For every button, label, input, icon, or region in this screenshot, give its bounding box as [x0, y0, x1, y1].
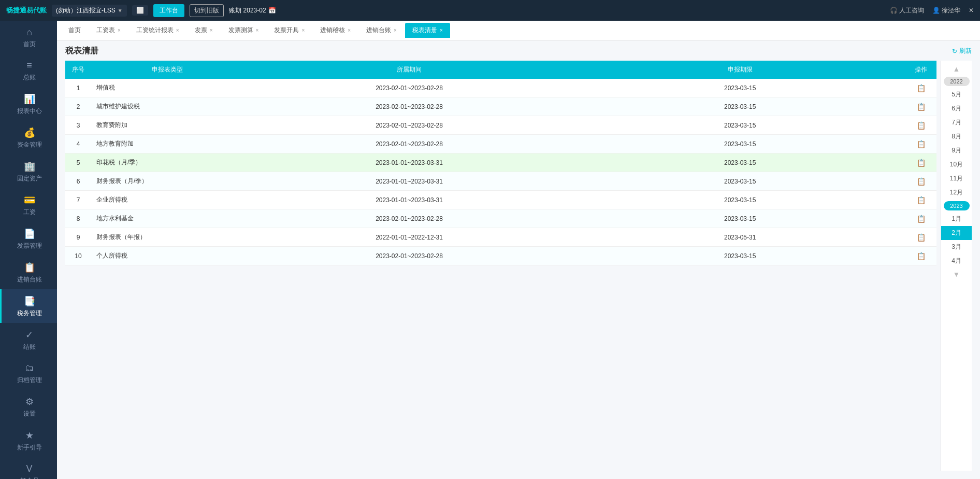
date-month-1[interactable]: 1月 [941, 212, 972, 226]
sidebar-item-salary[interactable]: 💳 工资 [0, 188, 57, 222]
tab-close-sales-ledger[interactable]: × [394, 27, 397, 33]
date-nav-up[interactable]: ▲ [951, 63, 962, 75]
cell-action[interactable]: 📋 [905, 79, 936, 97]
tab-close-invoice-calc[interactable]: × [256, 27, 259, 33]
tab-close-salary-report[interactable]: × [176, 27, 179, 33]
user-menu[interactable]: 👤 徐泾华 [932, 6, 960, 15]
table-row: 4 地方教育附加 2023-02-01~2023-02-28 2023-03-1… [65, 135, 936, 153]
th-action: 操作 [905, 61, 936, 79]
action-icon[interactable]: 📋 [917, 196, 926, 204]
cell-action[interactable]: 📋 [905, 153, 936, 172]
tab-invoice-calc[interactable]: 发票测算 × [221, 23, 266, 38]
action-icon[interactable]: 📋 [917, 84, 926, 92]
sidebar-item-close[interactable]: ✓ 结账 [0, 323, 57, 357]
cell-type: 企业所得税 [91, 191, 244, 209]
tab-close-salary[interactable]: × [118, 27, 121, 33]
cell-action[interactable]: 📋 [905, 209, 936, 228]
tab-invoice-issue[interactable]: 发票开具 × [267, 23, 312, 38]
refresh-button[interactable]: ↻ 刷新 [952, 47, 972, 55]
th-type: 申报表类型 [91, 61, 244, 79]
tab-close-invoice-issue[interactable]: × [301, 27, 305, 33]
action-icon[interactable]: 📋 [917, 159, 926, 167]
page-title: 税表清册 [65, 46, 98, 57]
tab-salary[interactable]: 工资表 × [89, 23, 128, 38]
tab-invoice[interactable]: 发票 × [188, 23, 220, 38]
cell-type: 财务报表（年报） [91, 228, 244, 247]
member-icon: V [26, 463, 32, 474]
cell-type: 地方教育附加 [91, 135, 244, 153]
action-icon[interactable]: 📋 [917, 121, 926, 130]
cell-deadline: 2023-03-15 [574, 209, 905, 228]
date-month-9[interactable]: 9月 [941, 144, 972, 158]
date-month-3[interactable]: 3月 [941, 240, 972, 254]
action-icon[interactable]: 📋 [917, 103, 926, 111]
cell-seq: 5 [65, 153, 91, 172]
sidebar-item-invoice[interactable]: 📄 发票管理 [0, 222, 57, 256]
switch-button[interactable]: 切到旧版 [190, 4, 224, 17]
copy-button[interactable]: ⬜ [132, 5, 148, 16]
date-month-7[interactable]: 7月 [941, 116, 972, 130]
cell-action[interactable]: 📋 [905, 247, 936, 265]
cell-action[interactable]: 📋 [905, 97, 936, 116]
tab-sales-audit[interactable]: 进销稽核 × [313, 23, 358, 38]
action-icon[interactable]: 📋 [917, 140, 926, 148]
sidebar-item-ledger[interactable]: ≡ 总账 [0, 54, 57, 87]
action-icon[interactable]: 📋 [917, 177, 926, 186]
sidebar-item-funds[interactable]: 💰 资金管理 [0, 121, 57, 154]
sidebar-item-assets[interactable]: 🏢 固定资产 [0, 154, 57, 188]
archive-icon: 🗂 [25, 363, 34, 374]
cell-type: 印花税（月/季） [91, 153, 244, 172]
action-icon[interactable]: 📋 [917, 215, 926, 223]
sidebar-item-archive[interactable]: 🗂 归档管理 [0, 357, 57, 390]
sidebar-item-settings[interactable]: ⚙ 设置 [0, 390, 57, 424]
date-month-10[interactable]: 10月 [941, 158, 972, 172]
date-year-prev[interactable]: 2022 [944, 77, 970, 86]
date-year-2023[interactable]: 2023 [944, 201, 970, 210]
cell-action[interactable]: 📋 [905, 191, 936, 209]
date-month-4[interactable]: 4月 [941, 254, 972, 268]
tab-sales-ledger[interactable]: 进销台账 × [359, 23, 404, 38]
period-display: 账期 2023-02 📅 [229, 6, 276, 15]
cell-deadline: 2023-03-15 [574, 191, 905, 209]
date-month-5[interactable]: 5月 [941, 88, 972, 102]
cell-action[interactable]: 📋 [905, 135, 936, 153]
sidebar-item-reports[interactable]: 📊 报表中心 [0, 87, 57, 121]
cell-action[interactable]: 📋 [905, 116, 936, 135]
user-avatar-icon: 👤 [932, 7, 940, 14]
date-month-8[interactable]: 8月 [941, 130, 972, 144]
cell-seq: 6 [65, 172, 91, 191]
date-month-12[interactable]: 12月 [941, 186, 972, 200]
action-icon[interactable]: 📋 [917, 252, 926, 260]
action-icon[interactable]: 📋 [917, 233, 926, 242]
ai-consult-button[interactable]: 🎧 人工咨询 [890, 6, 924, 15]
sidebar-item-home[interactable]: ⌂ 首页 [0, 21, 57, 54]
cell-action[interactable]: 📋 [905, 172, 936, 191]
tab-close-tax-list[interactable]: × [440, 27, 443, 33]
settings-icon: ⚙ [25, 396, 34, 407]
sidebar-item-member[interactable]: V 畅会员 [0, 457, 57, 479]
sidebar-item-tax[interactable]: 📑 税务管理 [0, 289, 57, 323]
cell-period: 2023-01-01~2023-03-31 [244, 191, 575, 209]
tab-salary-report[interactable]: 工资统计报表 × [129, 23, 186, 38]
sidebar-label-reports: 报表中心 [17, 107, 42, 116]
date-month-11[interactable]: 11月 [941, 172, 972, 186]
tab-tax-list[interactable]: 税表清册 × [405, 23, 450, 38]
date-month-6[interactable]: 6月 [941, 102, 972, 116]
date-month-2[interactable]: 2月 [941, 226, 972, 240]
company-name: (勿动）江西报宜-LSS [56, 6, 116, 15]
sidebar-item-sales[interactable]: 📋 进销台账 [0, 256, 57, 289]
tab-close-sales-audit[interactable]: × [348, 27, 351, 33]
cell-seq: 4 [65, 135, 91, 153]
table-row: 2 城市维护建设税 2023-02-01~2023-02-28 2023-03-… [65, 97, 936, 116]
tab-close-invoice[interactable]: × [210, 27, 213, 33]
workbench-button[interactable]: 工作台 [153, 4, 184, 17]
topbar-right: 🎧 人工咨询 👤 徐泾华 ✕ [890, 6, 974, 15]
sidebar-label-ledger: 总账 [23, 73, 36, 82]
close-window-button[interactable]: ✕ [969, 7, 974, 14]
cell-action[interactable]: 📋 [905, 228, 936, 247]
calendar-icon[interactable]: 📅 [268, 7, 276, 14]
date-nav-down[interactable]: ▼ [951, 268, 962, 280]
company-selector[interactable]: (勿动）江西报宜-LSS ▼ [52, 5, 127, 17]
sidebar-item-guide[interactable]: ★ 新手引导 [0, 424, 57, 457]
tab-home[interactable]: 首页 [61, 23, 88, 38]
